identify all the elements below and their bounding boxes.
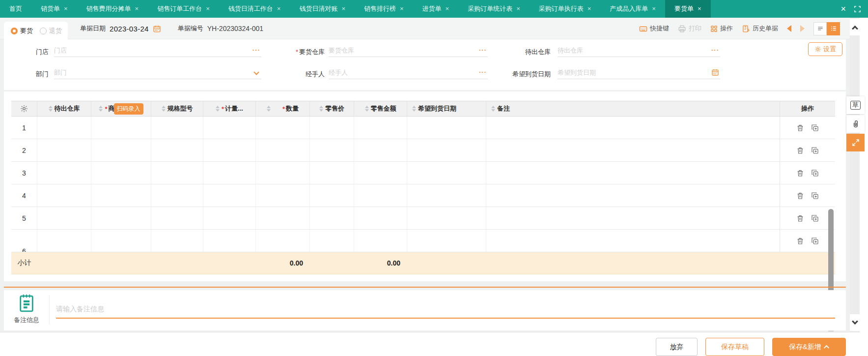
- print-button[interactable]: 打印: [678, 24, 701, 33]
- cell-unit[interactable]: [203, 117, 256, 139]
- copy-row-icon[interactable]: [811, 214, 819, 222]
- close-tab-icon[interactable]: ×: [341, 5, 345, 12]
- cell-unit[interactable]: [203, 139, 256, 161]
- store-field[interactable]: ···: [54, 44, 261, 57]
- expected-date-input[interactable]: [558, 66, 720, 79]
- cell-product[interactable]: [91, 162, 151, 184]
- copy-row-icon[interactable]: [811, 192, 819, 200]
- delete-row-icon[interactable]: [796, 192, 804, 200]
- scroll-left-icon[interactable]: [787, 25, 791, 32]
- scroll-down-button[interactable]: [850, 314, 860, 331]
- sort-carets-icon[interactable]: [162, 106, 166, 112]
- cell-product[interactable]: [91, 207, 151, 229]
- fullscreen-icon[interactable]: [854, 5, 861, 13]
- copy-row-icon[interactable]: [811, 124, 819, 132]
- cell-expected-date[interactable]: [407, 162, 486, 184]
- save-and-new-button[interactable]: 保存&新增: [772, 338, 846, 356]
- cell-expected-date[interactable]: [407, 207, 486, 229]
- cell-quantity[interactable]: [256, 117, 310, 139]
- operations-button[interactable]: 操作: [710, 24, 733, 33]
- cell-expected-date[interactable]: [407, 184, 486, 207]
- col-header-expected-date[interactable]: 希望到货日期: [407, 101, 486, 116]
- attachment-button[interactable]: [846, 115, 865, 133]
- cell-spec[interactable]: [151, 139, 203, 161]
- sort-carets-icon[interactable]: [99, 106, 103, 112]
- cell-expected-date[interactable]: [407, 230, 486, 252]
- tab-purchase-order[interactable]: 进货单×: [413, 0, 459, 18]
- cell-retail-price[interactable]: [310, 207, 354, 229]
- copy-row-icon[interactable]: [811, 169, 819, 177]
- close-tab-icon[interactable]: ×: [64, 5, 68, 12]
- cell-retail-price[interactable]: [310, 230, 354, 252]
- close-tab-icon[interactable]: ×: [652, 5, 656, 12]
- col-header-spec[interactable]: 规格型号: [151, 101, 203, 116]
- request-warehouse-field[interactable]: ···: [329, 44, 488, 57]
- handler-input[interactable]: [329, 66, 488, 79]
- sort-carets-icon[interactable]: [491, 106, 495, 112]
- cell-retail-price[interactable]: [310, 184, 354, 207]
- delete-row-icon[interactable]: [796, 147, 804, 154]
- detail-view-button[interactable]: [827, 22, 840, 35]
- tab-cash-reconcile[interactable]: 钱货日清对账×: [290, 0, 355, 18]
- col-header-retail-price[interactable]: 零售价: [310, 101, 354, 116]
- close-tab-icon[interactable]: ×: [135, 5, 139, 12]
- department-input[interactable]: [54, 66, 261, 79]
- col-header-retail-amount[interactable]: 零售金额: [354, 101, 407, 116]
- cell-unit[interactable]: [203, 162, 256, 184]
- radio-request-goods[interactable]: 要货: [11, 27, 33, 35]
- tab-cash-workbench[interactable]: 钱货日清工作台×: [219, 0, 290, 18]
- handler-field[interactable]: ···: [329, 66, 488, 79]
- close-tab-icon[interactable]: ×: [516, 5, 520, 12]
- expected-date-field[interactable]: [558, 66, 720, 79]
- cell-retail-price[interactable]: [310, 139, 354, 161]
- cell-retail-price[interactable]: [310, 162, 354, 184]
- cell-remark[interactable]: [486, 230, 780, 252]
- request-warehouse-input[interactable]: [329, 44, 488, 57]
- shortcut-keys-button[interactable]: 快捷键: [639, 24, 669, 33]
- tab-home[interactable]: 首页: [0, 0, 31, 18]
- calendar-icon[interactable]: [711, 68, 719, 76]
- panel-splitter[interactable]: [4, 287, 846, 288]
- cell-spec[interactable]: [151, 184, 203, 207]
- close-tab-icon[interactable]: ×: [206, 5, 210, 12]
- close-tab-icon[interactable]: ×: [698, 5, 701, 12]
- scan-entry-button[interactable]: 扫码录入: [114, 103, 143, 115]
- cell-spec[interactable]: [151, 230, 203, 252]
- tab-sales-order[interactable]: 销货单×: [31, 0, 77, 18]
- cell-retail-price[interactable]: [310, 117, 354, 139]
- cell-quantity[interactable]: [256, 139, 310, 161]
- cell-remark[interactable]: [486, 139, 780, 161]
- cell-retail-amount[interactable]: [354, 162, 407, 184]
- cell-pending-warehouse[interactable]: [37, 139, 91, 161]
- close-tab-icon[interactable]: ×: [446, 5, 449, 12]
- cell-expected-date[interactable]: [407, 139, 486, 161]
- sort-carets-icon[interactable]: [319, 106, 323, 112]
- cell-pending-warehouse[interactable]: [37, 184, 91, 207]
- close-all-tabs-icon[interactable]: ×: [840, 4, 846, 14]
- tab-po-execution[interactable]: 采购订单执行表×: [530, 0, 601, 18]
- tab-po-stats[interactable]: 采购订单统计表×: [458, 0, 530, 18]
- scroll-up-button[interactable]: [850, 19, 860, 35]
- copy-row-icon[interactable]: [811, 237, 819, 245]
- cell-spec[interactable]: [151, 117, 203, 139]
- delete-row-icon[interactable]: [796, 124, 804, 132]
- delete-row-icon[interactable]: [796, 237, 804, 245]
- store-input[interactable]: [54, 44, 261, 57]
- expand-panel-button[interactable]: [846, 134, 865, 151]
- tab-sales-workbench[interactable]: 销售订单工作台×: [148, 0, 219, 18]
- cell-quantity[interactable]: [256, 230, 310, 252]
- ellipsis-picker-icon[interactable]: ···: [252, 46, 260, 54]
- cell-pending-warehouse[interactable]: [37, 230, 91, 252]
- cell-unit[interactable]: [203, 230, 256, 252]
- col-header-product[interactable]: *商扫码录入: [91, 101, 151, 116]
- cell-spec[interactable]: [151, 162, 203, 184]
- copy-row-icon[interactable]: [811, 147, 819, 154]
- cell-quantity[interactable]: [256, 184, 310, 207]
- cell-remark[interactable]: [486, 184, 780, 207]
- list-view-button[interactable]: [813, 22, 827, 35]
- ellipsis-picker-icon[interactable]: ···: [479, 46, 487, 54]
- scroll-right-icon[interactable]: [800, 25, 805, 32]
- discard-button[interactable]: 放弃: [656, 338, 698, 356]
- cell-quantity[interactable]: [256, 207, 310, 229]
- cell-product[interactable]: [91, 184, 151, 207]
